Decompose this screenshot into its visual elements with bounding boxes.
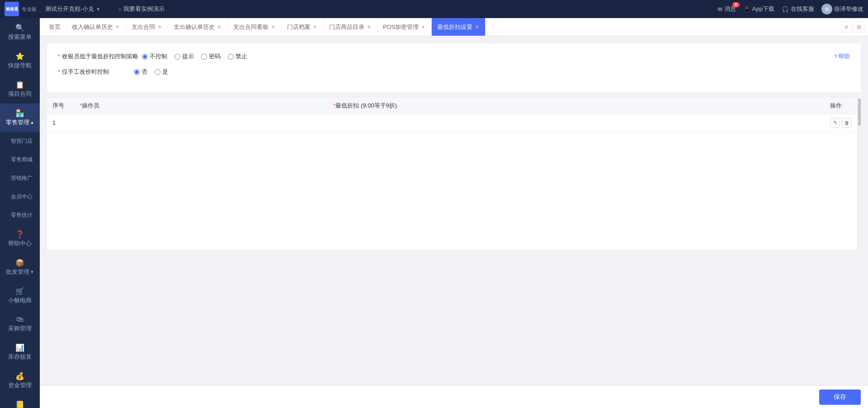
radio-password-input[interactable] [201, 54, 207, 60]
cell-action-1: ✎ 🗑 [825, 118, 861, 128]
col-header-operator: * 操作员 [74, 102, 328, 110]
sidebar-item-retail-mgmt[interactable]: 🏪 零售管理 ▲ [0, 103, 40, 132]
sidebar-item-inventory-label: 库存核算 [2, 353, 38, 361]
sidebar-item-purchase-mgmt[interactable]: 🛍 采购管理 [0, 310, 40, 338]
radio-no-control[interactable]: 不控制 [142, 52, 167, 61]
radio-manual-yes[interactable]: 是 [155, 68, 168, 76]
sidebar-item-batch-mgmt[interactable]: 📦 批发管理 ▼ [0, 253, 40, 281]
save-button[interactable]: 保存 [819, 389, 861, 405]
tab-store-file-close[interactable]: ✕ [312, 23, 318, 30]
tabbar-actions: ✕ ⊞ [841, 22, 864, 33]
user-profile-button[interactable]: 徐 徐泽华修改 [821, 4, 863, 14]
tab-payment-board[interactable]: 支出合同看板 ✕ [228, 18, 282, 36]
radio-no-control-input[interactable] [142, 54, 148, 60]
sidebar-item-inventory[interactable]: 📊 库存核算 [0, 338, 40, 366]
user-avatar: 徐 [821, 4, 832, 14]
radio-forbid-label: 禁止 [236, 52, 247, 61]
topbar: 畅捷通 专业版 测试分开克程-小兑 ▼ ○ 我要看实例演示 ✉ 消息 8 📱 A… [0, 0, 868, 18]
sidebar-item-search-label: 搜索菜单 [2, 33, 38, 41]
help-link[interactable]: ? 帮助 [834, 52, 850, 61]
table-card: 序号 * 操作员 * 最低折扣 (9.00等于9折) 操作 [47, 98, 861, 249]
table-body: 1 ✎ 🗑 [47, 114, 861, 249]
tab-store-file-label: 门店档案 [287, 23, 311, 31]
discount-policy-row: * 收银员低于最低折扣控制策略 不控制 提示 [58, 52, 850, 61]
edit-row-button[interactable]: ✎ [830, 118, 840, 128]
sidebar-item-retail-mall[interactable]: 零售商城 [0, 150, 40, 169]
sidebar-item-finance[interactable]: 💰 资金管理 [0, 366, 40, 395]
close-tab-button[interactable]: ✕ [841, 22, 852, 33]
sidebar-item-member-center[interactable]: 会员中心 [0, 188, 40, 206]
tab-payment-confirm[interactable]: 支出确认单历史 ✕ [168, 18, 228, 36]
table-header: 序号 * 操作员 * 最低折扣 (9.00等于9折) 操作 [47, 98, 861, 114]
tab-payment-contract-close[interactable]: ✕ [157, 23, 162, 30]
sidebar-item-shortcut[interactable]: ⭐ 快捷导航 [0, 47, 40, 75]
tab-home-label: 首页 [49, 23, 61, 31]
tab-payment-contract[interactable]: 支出合同 ✕ [126, 18, 168, 36]
table-scrollbar[interactable] [857, 98, 861, 249]
service-icon: 🎧 [782, 6, 789, 13]
table-scrollbar-thumb [858, 98, 861, 126]
logo-icon: 畅捷通 [5, 2, 19, 16]
tab-store-catalog-close[interactable]: ✕ [366, 23, 372, 30]
expand-tab-button[interactable]: ⊞ [854, 22, 864, 33]
radio-manual-no-input[interactable] [134, 69, 140, 75]
sidebar-item-help-center[interactable]: ❓ 帮助中心 [0, 225, 40, 253]
customer-service-button[interactable]: 🎧 在线客服 [782, 5, 814, 13]
tab-income-confirm-close[interactable]: ✕ [115, 23, 120, 30]
tab-pos-password[interactable]: POS加密管理 ✕ [377, 18, 432, 36]
required-star: * [58, 53, 60, 60]
project-selector[interactable]: 测试分开克程-小兑 ▼ [45, 5, 100, 13]
sidebar-item-accounting[interactable]: 📒 总账管理 [0, 395, 40, 408]
table-row: 1 ✎ 🗑 [47, 114, 861, 132]
app-download-label: App下载 [752, 5, 774, 13]
sidebar-item-search[interactable]: 🔍 搜索菜单 [0, 18, 40, 47]
sidebar-item-project-contract[interactable]: 📋 项目合同 [0, 75, 40, 103]
tab-payment-board-label: 支出合同看板 [233, 23, 269, 31]
sidebar-item-smart-store-label: 智营门店 [5, 137, 38, 145]
radio-manual-no-label: 否 [142, 68, 147, 76]
demo-link[interactable]: ○ 我要看实例演示 [118, 5, 165, 13]
batch-collapse-icon: ▼ [30, 270, 34, 274]
radio-forbid[interactable]: 禁止 [228, 52, 247, 61]
sidebar-item-retail-stats-label: 零售统计 [5, 211, 38, 219]
customer-service-label: 在线客服 [791, 5, 814, 13]
radio-forbid-input[interactable] [228, 54, 234, 60]
radio-manual-yes-input[interactable] [155, 69, 160, 75]
tab-home[interactable]: 首页 [43, 18, 66, 36]
sidebar-item-marketing[interactable]: 营销推广 [0, 169, 40, 188]
sidebar-item-small-ecommerce[interactable]: 🛒 小畅电商 [0, 281, 40, 310]
sidebar-item-marketing-label: 营销推广 [5, 174, 38, 182]
message-icon: ✉ [717, 6, 722, 13]
collapse-icon: ▲ [30, 120, 34, 125]
radio-remind-input[interactable] [175, 54, 180, 60]
content-area: 首页 收入确认单历史 ✕ 支出合同 ✕ 支出确认单历史 ✕ 支出合同看板 ✕ 门… [40, 18, 868, 408]
sidebar-item-batch-label: 批发管理 [6, 268, 29, 276]
topbar-right: ✉ 消息 8 📱 App下载 🎧 在线客服 徐 徐泽华修改 [717, 4, 863, 14]
cell-seq-1: 1 [47, 119, 74, 126]
radio-password-label: 密码 [209, 52, 221, 61]
tab-store-catalog-label: 门店商品目录 [329, 23, 364, 31]
radio-remind[interactable]: 提示 [175, 52, 194, 61]
app-download-button[interactable]: 📱 App下载 [743, 5, 774, 13]
radio-manual-yes-label: 是 [162, 68, 168, 76]
sidebar-item-smart-store[interactable]: 智营门店 [0, 132, 40, 150]
sidebar-item-shortcut-label: 快捷导航 [2, 61, 38, 70]
messages-button[interactable]: ✉ 消息 8 [717, 5, 736, 13]
tab-store-file[interactable]: 门店档案 ✕ [282, 18, 324, 36]
tab-payment-board-close[interactable]: ✕ [270, 23, 276, 30]
download-icon: 📱 [743, 6, 750, 13]
page-content: * 收银员低于最低折扣控制策略 不控制 提示 [40, 36, 868, 385]
discount-policy-label: * 收银员低于最低折扣控制策略 [58, 52, 138, 61]
sidebar-item-help-label: 帮助中心 [2, 239, 38, 248]
tab-min-discount-close[interactable]: ✕ [474, 23, 480, 30]
tab-payment-confirm-close[interactable]: ✕ [217, 23, 222, 30]
delete-row-button[interactable]: 🗑 [842, 118, 852, 128]
project-name: 测试分开克程-小兑 [45, 5, 94, 13]
sidebar-item-retail-stats[interactable]: 零售统计 [0, 206, 40, 225]
radio-password[interactable]: 密码 [201, 52, 221, 61]
tab-pos-password-close[interactable]: ✕ [420, 23, 426, 30]
tab-income-confirm[interactable]: 收入确认单历史 ✕ [66, 18, 126, 36]
radio-manual-no[interactable]: 否 [134, 68, 147, 76]
tab-min-discount[interactable]: 最低折扣设置 ✕ [432, 18, 486, 36]
tab-store-catalog[interactable]: 门店商品目录 ✕ [324, 18, 377, 36]
